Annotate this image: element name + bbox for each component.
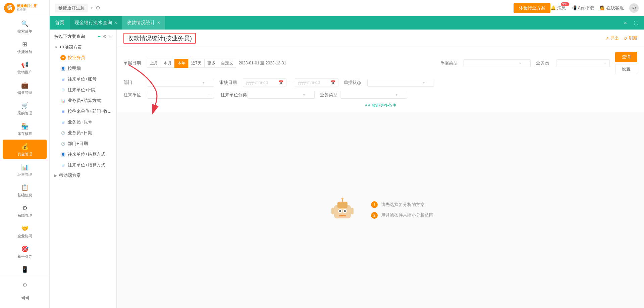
tab-home[interactable]: 首页: [50, 16, 70, 30]
sidebar-item-inventory[interactable]: 🏪 库存核算: [0, 118, 49, 139]
scheme-item-salesperson[interactable]: ● 按业务员: [50, 52, 116, 63]
settings-filter-button[interactable]: 设置: [615, 64, 637, 74]
user-avatar[interactable]: Rit: [629, 3, 639, 13]
scheme-item-partner-date[interactable]: ⊞ 往来单位+日期: [50, 85, 116, 95]
biz-type-dropdown-icon: ▾: [396, 93, 397, 97]
sidebar-footer: ⚙ ◀◀: [0, 275, 49, 308]
person-icon: 👤: [60, 66, 66, 71]
trial-button[interactable]: 体验行业方案: [514, 3, 550, 13]
scheme-item-salesperson-account[interactable]: ⊞ 业务员+账号: [50, 117, 116, 127]
date-filter-label: 单据日期: [123, 60, 147, 66]
scheme-item-detail[interactable]: 👤 按明细: [50, 63, 116, 74]
partner-select[interactable]: ···: [147, 91, 214, 99]
tab-maximize-icon[interactable]: ⛶: [632, 19, 640, 27]
app-download-button[interactable]: 📲 App下载: [571, 5, 594, 11]
tab-collection-stats[interactable]: 收款情况统计 ✕: [122, 16, 165, 30]
salesperson-select[interactable]: ···: [556, 59, 610, 67]
partner-extra-icon: ···: [208, 93, 210, 97]
filter-buttons: 查询 设置: [615, 52, 637, 74]
collapse-filter-bar[interactable]: ∧∧ 收起更多条件: [123, 100, 637, 110]
system-icon: ⚙: [22, 204, 28, 212]
sidebar-item-enterprise[interactable]: 🤝 企业协同: [0, 221, 49, 241]
export-button[interactable]: ↗ 导出: [605, 35, 619, 41]
sidebar-item-search[interactable]: 🔍 搜索菜单: [0, 16, 49, 37]
sidebar-item-guide[interactable]: 🎯 新手引导: [0, 241, 49, 262]
scheme-settings-icon[interactable]: ⚙: [103, 34, 107, 39]
collapse-sidebar-icon: ◀◀: [21, 294, 29, 301]
scheme-item-partner-account[interactable]: ⊞ 往来单位+账号: [50, 74, 116, 85]
date-btn-this-month[interactable]: 本月: [161, 59, 174, 68]
scheme-item-dept-date[interactable]: 🕐 部门+日期: [50, 138, 116, 149]
clock-icon-1: 🕐: [60, 130, 66, 136]
doc-type-select[interactable]: ▾: [464, 59, 531, 67]
scheme-item-partner-dept[interactable]: ⊞ 按往来单位+部门+收...: [50, 106, 116, 117]
logo-text: 畅捷通好生意 标准版: [17, 4, 37, 12]
online-service-button[interactable]: 💁 在线客服: [600, 5, 624, 11]
svg-rect-10: [351, 208, 354, 214]
query-button[interactable]: 查询: [615, 52, 637, 62]
empty-state-icon: [327, 195, 358, 225]
export-icon: ↗: [605, 36, 609, 41]
scheme-item-partner-settle2[interactable]: ⊞ 往来单位+结算方式: [50, 160, 116, 170]
date-btn-7days[interactable]: 近7天: [188, 59, 204, 68]
doc-status-dropdown-icon: ▾: [423, 81, 425, 85]
sidebar-item-finance[interactable]: 💰 资金管理: [3, 140, 47, 159]
date-btn-this-year[interactable]: 本年: [174, 59, 188, 68]
partner-category-select[interactable]: ▾: [248, 91, 315, 99]
sidebar-item-marketing[interactable]: 📢 营销推广: [0, 57, 49, 78]
date-range-display: 2023-01-01 至 2023-12-31: [239, 60, 286, 66]
sidebar-footer-collapse[interactable]: ◀◀: [0, 292, 49, 304]
right-panel: 收款情况统计(按业务员) ↗ 导出 ↺ 刷新: [117, 30, 644, 308]
partner-category-dropdown-icon: ▾: [303, 93, 305, 97]
review-date-label: 审核日期: [219, 80, 243, 86]
sidebar-item-quicknav[interactable]: ⊞ 快捷导航: [0, 37, 49, 57]
left-panel-title: 按以下方案查询: [54, 34, 85, 40]
date-btn-more[interactable]: 更多: [204, 59, 218, 68]
review-date-end-input[interactable]: yyyy-mm-dd 📅: [295, 78, 338, 87]
date-btn-custom[interactable]: 自定义: [218, 59, 236, 68]
sidebar-item-basic[interactable]: 📋 基础信息: [0, 180, 49, 200]
review-date-start-input[interactable]: yyyy-mm-dd 📅: [243, 78, 286, 87]
sidebar-item-sales[interactable]: 💼 销售管理: [0, 78, 49, 98]
dropdown-arrow-icon[interactable]: ▾: [91, 5, 93, 10]
clock-icon-2: 🕐: [60, 141, 66, 146]
table-icon-2: ⊞: [60, 87, 66, 93]
collapse-filter-label: 收起更多条件: [372, 103, 396, 108]
sidebar-item-system[interactable]: ⚙ 系统管理: [0, 200, 49, 221]
sidebar-item-hardware[interactable]: 📱 智能硬件: [0, 262, 49, 275]
collapse-panel-icon[interactable]: «: [109, 34, 112, 39]
filter-row-2: 部门 ▾ 审核日期 yyyy-mm-dd 📅: [123, 78, 637, 87]
tab-close-collection-icon[interactable]: ✕: [157, 20, 160, 25]
sidebar-item-purchase[interactable]: 🛒 采购管理: [0, 98, 49, 118]
tab-close-bank-icon[interactable]: ✕: [114, 20, 117, 25]
operations-icon: 📊: [21, 163, 29, 171]
svg-point-4: [339, 210, 341, 212]
desktop-scheme-group: ▼ 电脑端方案 ● 按业务员 👤 按明细 ⊞: [50, 42, 116, 170]
biz-type-select[interactable]: ▾: [340, 91, 407, 99]
page-title: 收款情况统计(按业务员): [127, 35, 192, 42]
sidebar-footer-settings[interactable]: ⚙: [0, 279, 49, 292]
empty-state: 1 请先选择要分析的方案 2 用过滤条件来缩小分析范围: [327, 195, 433, 225]
add-scheme-icon[interactable]: +: [98, 34, 101, 40]
message-button[interactable]: 🔔 消息 99+: [550, 5, 566, 11]
left-panel: 按以下方案查询 + ⚙ « ▼ 电脑端方案: [50, 30, 117, 308]
scheme-item-salesperson-date[interactable]: 🕐 业务员+日期: [50, 127, 116, 138]
doc-status-select[interactable]: ▾: [367, 79, 434, 87]
tab-close-all-icon[interactable]: ✕: [621, 19, 629, 27]
desktop-scheme-title[interactable]: ▼ 电脑端方案: [50, 42, 116, 52]
dept-select[interactable]: ▾: [147, 79, 214, 87]
scheme-item-salesperson-settlement[interactable]: 📊 业务员+结算方式: [50, 95, 116, 106]
sidebar-item-operations[interactable]: 📊 经营管理: [0, 159, 49, 180]
message-badge: 99+: [561, 2, 569, 6]
mobile-scheme-title[interactable]: ▶ 移动端方案: [50, 170, 116, 181]
scheme-item-partner-settle1[interactable]: 👤 往来单位+结算方式: [50, 149, 116, 160]
filter-row-1: 单据日期 上月 本月 本年 近7天 更多 自定义 2023-01-01 至 20…: [123, 52, 637, 74]
content-area: 1 请先选择要分析的方案 2 用过滤条件来缩小分析范围: [117, 112, 644, 308]
finance-icon: 💰: [21, 143, 29, 150]
svg-rect-6: [339, 215, 346, 216]
tab-bank-flow[interactable]: 现金银行流水查询 ✕: [70, 16, 122, 30]
date-btn-last-month[interactable]: 上月: [147, 59, 161, 68]
purchase-icon: 🛒: [21, 102, 29, 109]
refresh-button[interactable]: ↺ 刷新: [624, 35, 637, 41]
top-bar-settings-icon[interactable]: ⚙: [96, 5, 100, 11]
